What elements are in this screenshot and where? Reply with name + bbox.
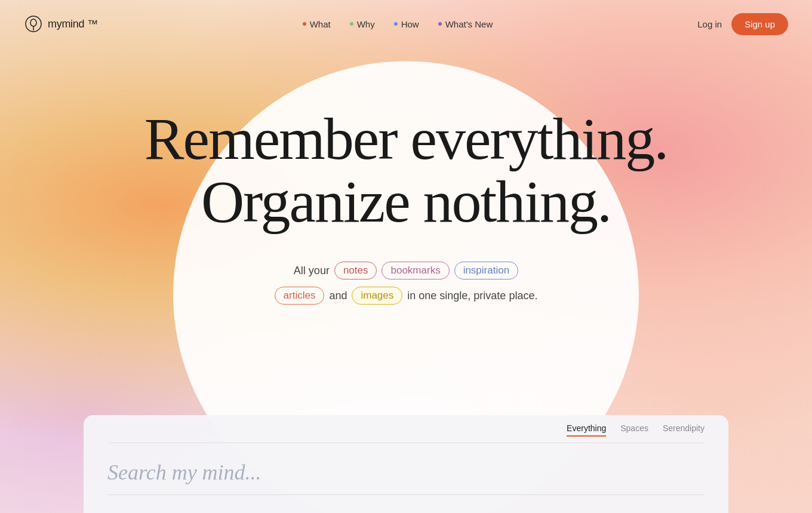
svg-point-1 [30,19,36,26]
tag-notes: notes [334,262,377,279]
nav-item-what[interactable]: What [303,19,331,29]
nav-dot-what [303,22,306,26]
tab-spaces[interactable]: Spaces [620,423,648,437]
tag-images: images [352,287,402,305]
nav-item-whats-new[interactable]: What's New [438,19,493,29]
nav-auth: Log in Sign up [697,13,788,35]
hero-subtext: All your notes bookmarks inspiration art… [0,262,812,305]
subtext-row-2: articles and images in one single, priva… [275,287,538,305]
brand-name: mymind ™ [48,18,98,30]
nav-item-why[interactable]: Why [350,19,375,29]
search-divider [107,494,705,495]
bottom-panel: Everything Spaces Serendipity Search my … [84,415,728,513]
panel-tabs: Everything Spaces Serendipity [107,415,705,443]
logo[interactable]: mymind ™ [24,14,98,33]
tab-everything[interactable]: Everything [567,423,606,437]
nav-dot-why [350,22,353,26]
tag-inspiration: inspiration [454,262,519,279]
tab-serendipity[interactable]: Serendipity [663,423,705,437]
hero-headline: Remember everything. Organize nothing. [0,107,812,233]
search-placeholder-text: Search my mind... [107,460,705,485]
nav-links: What Why How What's New [303,19,493,29]
tag-bookmarks: bookmarks [382,262,449,279]
search-area: Search my mind... [107,448,705,501]
subtext-row-1: All your notes bookmarks inspiration [294,262,518,279]
logo-icon [24,14,43,33]
nav-dot-whats-new [438,22,442,26]
signup-button[interactable]: Sign up [731,13,788,35]
navbar: mymind ™ What Why How What's New Log in … [0,0,812,48]
nav-dot-how [394,22,398,26]
login-button[interactable]: Log in [697,19,722,29]
tag-articles: articles [275,287,325,305]
hero-content: Remember everything. Organize nothing. A… [0,107,812,305]
nav-item-how[interactable]: How [394,19,419,29]
